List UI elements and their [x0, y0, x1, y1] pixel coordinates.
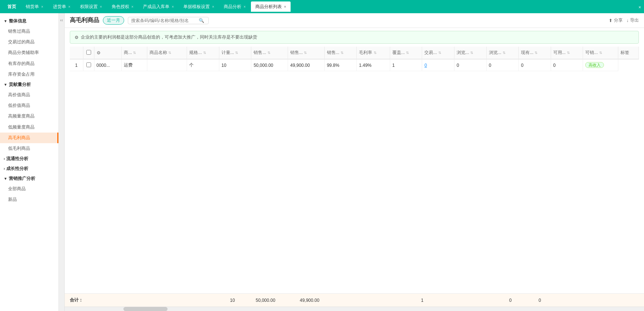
col-header-check	[83, 47, 94, 59]
close-all-tabs[interactable]: ×	[638, 3, 641, 11]
cell-browse1[interactable]: 0	[422, 59, 454, 71]
tab-home[interactable]: 首页	[3, 1, 21, 12]
col-header-transaction[interactable]: 交易... ⇅	[422, 47, 454, 59]
top-navigation: 首页 销货单 × 进货单 × 权限设置 × 角色授权 × 产成品入库单 × 单据…	[0, 0, 644, 13]
sidebar-item-low-margin[interactable]: 低毛利商品	[0, 143, 58, 154]
footer-sales-amount: 50,000.00	[252, 298, 289, 303]
sidebar-item-stocked-products[interactable]: 有库存的商品	[0, 58, 58, 69]
tab-auth-settings[interactable]: 权限设置 ×	[76, 1, 107, 12]
tab-analysis-label: 商品分析	[224, 4, 241, 10]
col-header-unit[interactable]: 计量... ⇅	[219, 47, 251, 59]
tab-role-auth[interactable]: 角色授权 ×	[107, 1, 138, 12]
tab-analysis-list[interactable]: 商品分析列表 ×	[251, 1, 291, 12]
search-input[interactable]	[131, 18, 197, 23]
footer-bar: 合计： 10 50,000.00 49,900.00 1 0 0	[65, 293, 644, 307]
col-header-browse2[interactable]: 浏览... ⇅	[486, 47, 519, 59]
footer-available: 0	[531, 298, 553, 303]
sort-sales-qty-icon[interactable]: ⇅	[267, 51, 270, 55]
sidebar-group-overall[interactable]: ▼ 整体信息	[0, 16, 58, 26]
cell-code[interactable]: 0000...	[94, 59, 122, 71]
sort-transaction-icon[interactable]: ⇅	[438, 51, 441, 55]
close-purchase-tab[interactable]: ×	[68, 5, 71, 9]
info-banner: ⚙ 企业的主要的利润都是这部分商品创造的，可考虑加大推广，同时关注库存是不要出现…	[70, 31, 639, 44]
col-header-spec[interactable]: 规格... ⇅	[187, 47, 219, 59]
sidebar-group-growth[interactable]: › 成长性分析	[0, 164, 58, 174]
col-header-coverage[interactable]: 覆盖... ⇅	[390, 47, 422, 59]
search-box: 🔍	[128, 17, 209, 24]
col-header-available[interactable]: 可用... ⇅	[551, 47, 583, 59]
sort-name-icon[interactable]: ⇅	[168, 51, 171, 55]
export-button[interactable]: ↓ 导出	[626, 17, 639, 23]
row-checkbox[interactable]	[86, 62, 91, 67]
sort-current-stock-icon[interactable]: ⇅	[535, 51, 537, 55]
sort-spec-icon[interactable]: ⇅	[203, 51, 206, 55]
select-all-checkbox[interactable]	[86, 50, 91, 55]
sidebar-item-low-value[interactable]: 低价值商品	[0, 100, 58, 111]
sort-available-icon[interactable]: ⇅	[567, 51, 570, 55]
sidebar-group-marketing[interactable]: ▼ 营销推广分析	[0, 174, 58, 184]
sort-sellable-icon[interactable]: ⇅	[599, 51, 602, 55]
sort-sales-cost-icon[interactable]: ⇅	[341, 51, 343, 55]
close-product-entry-tab[interactable]: ×	[172, 5, 174, 9]
sort-browse1-icon[interactable]: ⇅	[470, 51, 473, 55]
settings-icon[interactable]: ⚙	[97, 50, 101, 55]
tag-badge: 高收入	[585, 62, 604, 68]
horizontal-scrollbar[interactable]	[65, 307, 644, 311]
sort-unit-icon[interactable]: ⇅	[235, 51, 238, 55]
sidebar-item-high-freq[interactable]: 高频量度商品	[0, 111, 58, 122]
sidebar-item-all-products[interactable]: 全部商品	[0, 184, 58, 194]
sort-browse2-icon[interactable]: ⇅	[503, 51, 506, 55]
col-header-sales-qty[interactable]: 销售... ⇅	[251, 47, 288, 59]
sidebar-collapse-btn[interactable]: ‹‹	[59, 13, 65, 311]
sidebar-item-traded-products[interactable]: 交易过的商品	[0, 37, 58, 47]
tab-sales[interactable]: 销货单 ×	[21, 1, 48, 12]
sidebar-item-low-freq[interactable]: 低频量度商品	[0, 122, 58, 133]
sidebar-item-high-value[interactable]: 高价值商品	[0, 90, 58, 100]
close-sales-tab[interactable]: ×	[41, 5, 43, 9]
tab-home-label: 首页	[7, 4, 16, 10]
sort-coverage-icon[interactable]: ⇅	[406, 51, 409, 55]
sidebar-item-new-products[interactable]: 新品	[0, 194, 58, 205]
sidebar: ▼ 整体信息 销售过商品 交易过的商品 商品分类辅助率 有库存的商品 库存资金占…	[0, 13, 59, 311]
cell-name[interactable]: 运费	[122, 59, 147, 71]
sidebar-item-product-assist[interactable]: 商品分类辅助率	[0, 47, 58, 58]
cell-sellable: 0	[551, 59, 583, 71]
cell-unit: 个	[187, 59, 219, 71]
scrollbar-thumb[interactable]	[123, 307, 168, 311]
col-header-sales-cost[interactable]: 销售... ⇅	[324, 47, 357, 59]
col-header-sellable[interactable]: 可销... ⇅	[583, 47, 618, 59]
sort-sales-amount-icon[interactable]: ⇅	[304, 51, 307, 55]
tab-template[interactable]: 单据模板设置 ×	[179, 1, 219, 12]
share-button[interactable]: ⬆ 分享	[609, 17, 623, 23]
info-icon: ⚙	[75, 35, 79, 40]
sidebar-group-flow[interactable]: › 流通性分析	[0, 154, 58, 164]
period-button[interactable]: 近一月	[103, 16, 124, 25]
tab-product-entry[interactable]: 产成品入库单 ×	[138, 1, 178, 12]
col-header-settings[interactable]: ⚙	[94, 47, 122, 59]
col-header-name[interactable]: 商品名称 ⇅	[147, 47, 187, 59]
sidebar-item-high-margin[interactable]: 高毛利商品	[0, 133, 58, 143]
table-container[interactable]: ⚙ 商... ⇅ 商品名称 ⇅ 规格... ⇅	[65, 47, 644, 293]
cell-available: 0	[519, 59, 551, 71]
sidebar-group-wealth[interactable]: ▼ 贡献量分析	[0, 80, 58, 90]
sort-code-icon[interactable]: ⇅	[133, 51, 136, 55]
sort-margin-icon[interactable]: ⇅	[374, 51, 377, 55]
close-role-tab[interactable]: ×	[132, 5, 134, 9]
close-analysis-list-tab[interactable]: ×	[284, 5, 286, 9]
close-template-tab[interactable]: ×	[212, 5, 214, 9]
cell-spec	[147, 59, 187, 71]
tab-purchase[interactable]: 进货单 ×	[48, 1, 75, 12]
col-header-code[interactable]: 商... ⇅	[122, 47, 147, 59]
tab-analysis[interactable]: 商品分析 ×	[219, 1, 250, 12]
arrow-growth: ›	[4, 167, 5, 171]
col-header-current-stock[interactable]: 现有... ⇅	[519, 47, 551, 59]
col-header-margin-rate[interactable]: 毛利率 ⇅	[357, 47, 390, 59]
close-auth-tab[interactable]: ×	[100, 5, 102, 9]
sidebar-item-sales-products[interactable]: 销售过商品	[0, 26, 58, 37]
close-analysis-tab[interactable]: ×	[244, 5, 246, 9]
col-header-browse1[interactable]: 浏览... ⇅	[454, 47, 486, 59]
sidebar-item-stock-capital[interactable]: 库存资金占用	[0, 69, 58, 80]
cell-check[interactable]	[83, 59, 94, 71]
col-header-sales-amount[interactable]: 销售... ⇅	[288, 47, 325, 59]
search-icon[interactable]: 🔍	[199, 18, 204, 23]
